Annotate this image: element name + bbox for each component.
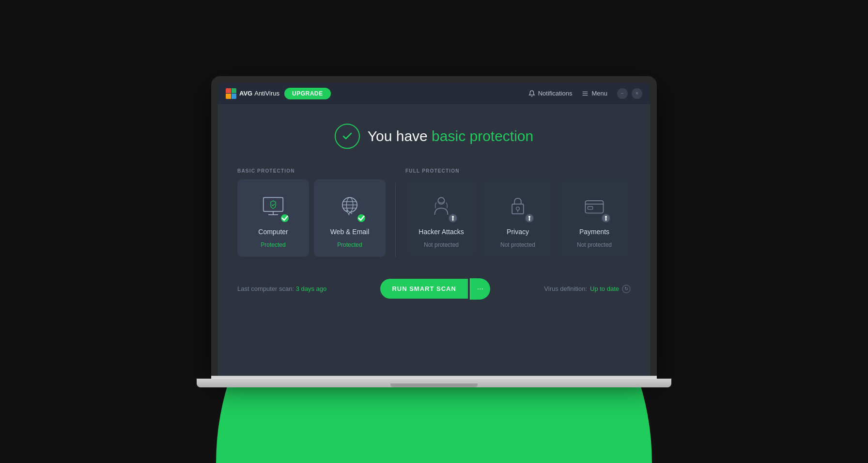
web-email-card[interactable]: Web & Email Protected: [314, 179, 386, 257]
refresh-button[interactable]: ↻: [622, 285, 631, 293]
web-email-status-badge: [356, 213, 366, 223]
svg-point-14: [516, 207, 520, 210]
section-divider: [395, 183, 396, 257]
main-content: You have basic protection BASIC PROTECTI…: [218, 104, 650, 376]
hero-highlight: basic protection: [432, 128, 533, 144]
svg-rect-3: [264, 197, 283, 211]
notifications-label: Notifications: [538, 90, 573, 97]
avg-product: AntiVirus: [254, 90, 279, 97]
titlebar: AVGAntiVirus UPGRADE Notifications: [218, 83, 650, 104]
close-button[interactable]: ×: [632, 88, 642, 99]
payments-icon-wrap: [579, 191, 610, 222]
last-scan-label: Last computer scan:: [237, 285, 294, 292]
svg-rect-19: [588, 207, 593, 209]
laptop-notch: [211, 376, 657, 379]
laptop-base: [197, 379, 671, 387]
hacker-attacks-card[interactable]: Hacker Attacks Not protected: [405, 179, 477, 257]
virus-definition-info: Virus definition: Up to date ↻: [544, 285, 631, 293]
titlebar-left: AVGAntiVirus UPGRADE: [226, 88, 331, 99]
virus-def-label: Virus definition:: [544, 285, 587, 292]
svg-rect-13: [512, 204, 524, 213]
hero-prefix: You have: [368, 128, 432, 144]
payments-card-status: Not protected: [577, 241, 612, 248]
payments-status-badge: [601, 213, 611, 223]
last-scan-time: 3 days ago: [296, 285, 327, 292]
hero-section: You have basic protection: [237, 124, 631, 149]
hacker-card-title: Hacker Attacks: [418, 228, 464, 236]
window-controls: − ×: [617, 88, 642, 99]
hacker-card-status: Not protected: [424, 241, 459, 248]
bottom-bar: Last computer scan: 3 days ago RUN SMART…: [237, 276, 631, 300]
avg-logo: AVGAntiVirus: [226, 88, 279, 99]
checkmark-icon: [341, 130, 353, 142]
privacy-card[interactable]: Privacy Not protected: [482, 179, 554, 257]
hero-title: You have basic protection: [368, 128, 533, 144]
laptop-screen-outer: AVGAntiVirus UPGRADE Notifications: [211, 76, 657, 376]
web-email-icon-wrap: [334, 191, 365, 222]
scan-more-button[interactable]: ···: [470, 278, 490, 300]
laptop-screen: AVGAntiVirus UPGRADE Notifications: [218, 83, 650, 376]
notifications-button[interactable]: Notifications: [528, 90, 573, 97]
hero-checkmark: [335, 124, 360, 149]
avg-logo-text: AVGAntiVirus: [239, 90, 279, 97]
payments-card[interactable]: Payments Not protected: [558, 179, 630, 257]
bell-icon: [528, 90, 535, 97]
virus-def-status: Up to date: [590, 285, 619, 292]
full-cards-row: Hacker Attacks Not protected: [405, 179, 630, 257]
hacker-icon-wrap: [426, 191, 457, 222]
last-scan-info: Last computer scan: 3 days ago: [237, 285, 326, 292]
hacker-status-badge: [448, 213, 458, 223]
privacy-icon-wrap: [502, 191, 533, 222]
run-scan-button[interactable]: RUN SMART SCAN: [380, 279, 467, 299]
upgrade-button[interactable]: UPGRADE: [284, 88, 331, 99]
menu-icon: [582, 90, 589, 97]
full-protection-label: FULL PROTECTION: [405, 168, 630, 174]
privacy-card-status: Not protected: [500, 241, 535, 248]
minimize-button[interactable]: −: [617, 88, 628, 99]
web-email-card-status: Protected: [337, 241, 362, 248]
avg-brand: AVG: [239, 90, 252, 97]
computer-card[interactable]: Computer Protected: [237, 179, 309, 257]
menu-label: Menu: [591, 90, 607, 97]
menu-button[interactable]: Menu: [582, 90, 607, 97]
avg-logo-icon: [226, 88, 236, 99]
basic-protection-label: BASIC PROTECTION: [237, 168, 386, 174]
scan-button-group: RUN SMART SCAN ···: [380, 278, 490, 300]
privacy-status-badge: [525, 213, 534, 223]
basic-protection-group: BASIC PROTECTION: [237, 168, 386, 257]
laptop-mockup: AVGAntiVirus UPGRADE Notifications: [197, 76, 671, 387]
full-protection-group: FULL PROTECTION: [405, 168, 630, 257]
computer-status-badge: [280, 213, 290, 223]
computer-card-status: Protected: [261, 241, 285, 248]
basic-cards-row: Computer Protected: [237, 179, 386, 257]
protection-sections: BASIC PROTECTION: [237, 168, 631, 257]
computer-icon-wrap: [258, 191, 289, 222]
titlebar-right: Notifications Menu − ×: [528, 88, 642, 99]
